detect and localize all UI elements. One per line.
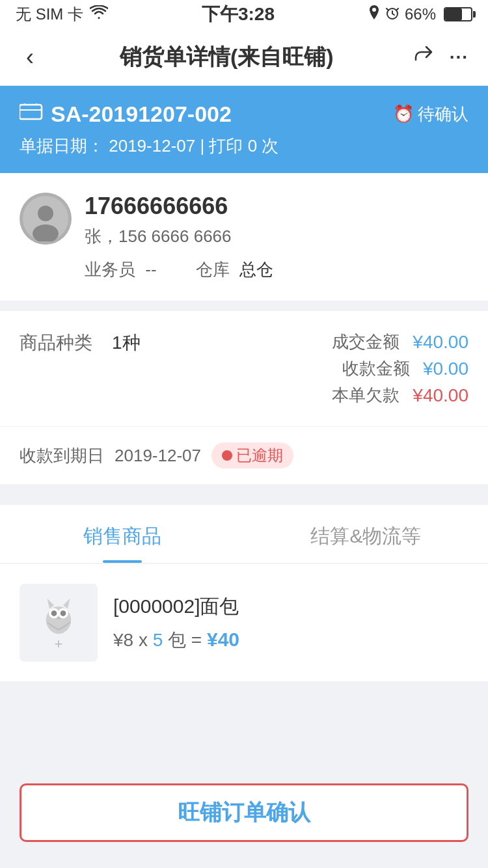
svg-point-10: [51, 610, 57, 616]
share-icon[interactable]: [413, 44, 434, 71]
order-header: SA-20191207-002 ⏰ 待确认 单据日期： 2019-12-07 |…: [0, 86, 488, 173]
status-left: 无 SIM 卡: [16, 4, 108, 25]
due-date-card: 收款到期日 2019-12-07 已逾期: [0, 426, 488, 484]
tab-settlement-logistics[interactable]: 结算&物流等: [244, 505, 488, 563]
overdue-badge: 已逾期: [211, 442, 293, 468]
battery-percentage: 66%: [405, 5, 436, 23]
order-date: 单据日期： 2019-12-07 | 打印 0 次: [20, 135, 468, 157]
plus-icon: +: [55, 636, 63, 653]
product-total: ¥40: [207, 629, 239, 650]
page-title: 销货单详情(来自旺铺): [120, 42, 334, 72]
tabs-row: 销售商品 结算&物流等: [0, 505, 488, 563]
collected-amount: ¥0.00: [423, 359, 468, 379]
warehouse-field: 仓库 总仓: [196, 258, 273, 281]
battery-icon: [444, 7, 472, 21]
product-list: + [0000002]面包 ¥8 x 5 包 = ¥40: [0, 564, 488, 681]
avatar: [20, 193, 72, 245]
status-bar: 无 SIM 卡 下午3:28 66%: [0, 0, 488, 29]
salesperson-field: 业务员 --: [85, 258, 157, 281]
location-icon: [368, 5, 380, 23]
svg-point-3: [38, 206, 53, 221]
balance-row: 本单欠款 ¥40.00: [332, 384, 468, 407]
balance-amount: ¥40.00: [413, 385, 468, 406]
customer-name: 张，156 6666 6666: [85, 225, 468, 248]
order-icon: [20, 102, 43, 127]
product-info: [0000002]面包 ¥8 x 5 包 = ¥40: [113, 593, 468, 653]
nav-actions: ···: [413, 44, 468, 71]
status-clock-icon: ⏰: [393, 104, 414, 124]
tab-underline: [103, 560, 142, 563]
transaction-amount-row: 成交金额 ¥40.00: [332, 331, 468, 353]
order-status: ⏰ 待确认: [393, 103, 468, 126]
product-image-placeholder: +: [36, 593, 81, 653]
back-button[interactable]: ‹: [20, 37, 40, 77]
summary-card: 商品种类 1种 成交金额 ¥40.00 收款金额 ¥0.00 本单欠款 ¥40.…: [0, 311, 488, 426]
bottom-bar: 旺铺订单确认: [0, 770, 488, 868]
product-price-row: ¥8 x 5 包 = ¥40: [113, 628, 468, 653]
status-right: 66%: [368, 5, 472, 23]
table-row: + [0000002]面包 ¥8 x 5 包 = ¥40: [20, 564, 468, 681]
overdue-dot-icon: [222, 450, 232, 461]
svg-rect-1: [20, 105, 42, 119]
customer-meta: 业务员 -- 仓库 总仓: [85, 258, 468, 281]
tab-sales-products[interactable]: 销售商品: [0, 505, 244, 563]
svg-marker-6: [47, 599, 55, 609]
wifi-icon: [90, 5, 108, 23]
tabs-container: 销售商品 结算&物流等: [0, 505, 488, 564]
summary-amounts: 成交金额 ¥40.00 收款金额 ¥0.00 本单欠款 ¥40.00: [332, 331, 468, 407]
transaction-amount: ¥40.00: [413, 332, 468, 353]
nav-bar: ‹ 销货单详情(来自旺铺) ···: [0, 29, 488, 86]
product-image: +: [20, 584, 98, 662]
due-date-row: 收款到期日 2019-12-07 已逾期: [20, 442, 468, 468]
customer-details: 17666666666 张，156 6666 6666 业务员 -- 仓库 总仓: [85, 193, 468, 281]
customer-card: 17666666666 张，156 6666 6666 业务员 -- 仓库 总仓: [0, 173, 488, 301]
collected-amount-row: 收款金额 ¥0.00: [342, 357, 468, 380]
svg-point-11: [61, 610, 66, 616]
confirm-order-button[interactable]: 旺铺订单确认: [20, 783, 468, 842]
alarm-icon: [385, 5, 400, 23]
divider-2: [0, 484, 488, 495]
summary-left: 商品种类 1种: [20, 331, 141, 355]
svg-marker-7: [63, 599, 70, 609]
order-number: SA-20191207-002: [20, 102, 232, 127]
more-icon[interactable]: ···: [450, 47, 468, 68]
clock-time: 下午3:28: [202, 2, 275, 27]
divider-1: [0, 301, 488, 311]
customer-phone: 17666666666: [85, 193, 468, 220]
sim-label: 无 SIM 卡: [16, 4, 83, 25]
product-qty: 5: [153, 630, 163, 650]
product-name: [0000002]面包: [113, 593, 468, 620]
